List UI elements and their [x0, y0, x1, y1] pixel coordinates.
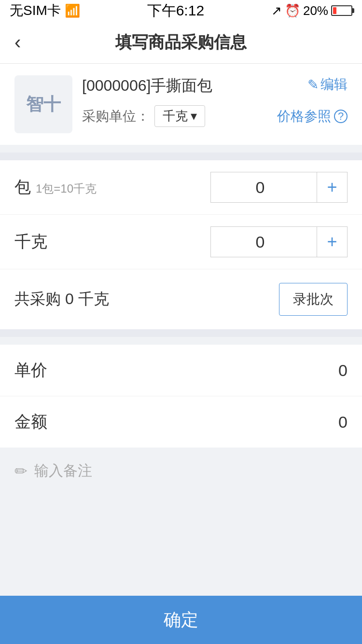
- carrier-label: 无SIM卡: [10, 1, 61, 20]
- unit-price-value: 0: [338, 361, 348, 380]
- quantity-label-kg: 千克: [14, 231, 47, 253]
- quantity-row-kg: 千克 +: [0, 215, 362, 269]
- page-title: 填写商品采购信息: [115, 31, 247, 54]
- unit-dropdown[interactable]: 千克 ▾: [154, 105, 205, 127]
- help-icon: ?: [334, 110, 348, 123]
- total-value: 0: [65, 290, 74, 308]
- quantity-section: 包 1包=10千克 + 千克 +: [0, 160, 362, 269]
- wifi-icon: 📶: [65, 3, 80, 18]
- purchase-unit-label: 采购单位： 千克 ▾: [82, 105, 205, 127]
- purchase-unit-row: 采购单位： 千克 ▾ 价格参照 ?: [82, 105, 348, 127]
- unit-price-row: 单价 0: [0, 345, 362, 396]
- amount-row: 金额 0: [0, 396, 362, 448]
- quantity-input-kg[interactable]: [210, 226, 317, 257]
- quantity-label-bao: 包 1包=10千克: [14, 176, 97, 198]
- status-bar: 无SIM卡 📶 下午6:12 ↗ ⏰ 20%: [0, 0, 362, 21]
- product-section: 智十 [0000006]手撕面包 ✎ 编辑 采购单位： 千克 ▾ 价格参照 ?: [0, 64, 362, 145]
- price-ref-button[interactable]: 价格参照 ?: [277, 107, 348, 126]
- pencil-icon: ✏: [14, 462, 28, 480]
- alarm-icon: ⏰: [285, 3, 300, 18]
- product-logo: 智十: [26, 93, 61, 116]
- total-unit: 千克: [78, 290, 109, 308]
- edit-label: 编辑: [320, 75, 348, 94]
- edit-button[interactable]: ✎ 编辑: [307, 75, 348, 94]
- product-info: [0000006]手撕面包 ✎ 编辑 采购单位： 千克 ▾ 价格参照 ?: [82, 75, 348, 127]
- battery-fill: [333, 7, 336, 14]
- price-section: 单价 0 金额 0: [0, 345, 362, 448]
- unit-price-label: 单价: [14, 359, 47, 381]
- battery-percentage: 20%: [303, 3, 328, 18]
- price-ref-label: 价格参照: [277, 107, 331, 126]
- product-name: [0000006]手撕面包: [82, 75, 212, 97]
- amount-value: 0: [338, 413, 348, 432]
- battery-icon: [331, 5, 352, 16]
- quantity-input-group-bao: +: [210, 172, 348, 203]
- nav-bar: ‹ 填写商品采购信息: [0, 21, 362, 64]
- dropdown-arrow-icon: ▾: [191, 109, 197, 124]
- quantity-row-bao: 包 1包=10千克 +: [0, 160, 362, 215]
- amount-label: 金额: [14, 411, 47, 433]
- notes-placeholder: 输入备注: [34, 461, 92, 481]
- quantity-input-group-kg: +: [210, 226, 348, 257]
- record-batch-button[interactable]: 录批次: [279, 283, 348, 316]
- status-left: 无SIM卡 📶: [10, 1, 80, 20]
- quantity-sublabel-bao: 1包=10千克: [36, 181, 97, 196]
- section-divider-2: [0, 329, 362, 337]
- confirm-label: 确定: [164, 608, 198, 632]
- product-header: [0000006]手撕面包 ✎ 编辑: [82, 75, 348, 97]
- quantity-plus-kg[interactable]: +: [317, 226, 348, 257]
- total-label: 共采购 0 千克: [14, 289, 109, 310]
- product-image: 智十: [14, 75, 72, 133]
- unit-value: 千克: [163, 108, 188, 125]
- notes-section[interactable]: ✏ 输入备注: [0, 448, 362, 494]
- status-time: 下午6:12: [147, 1, 204, 21]
- quantity-plus-bao[interactable]: +: [317, 172, 348, 203]
- total-row: 共采购 0 千克 录批次: [0, 269, 362, 329]
- confirm-button[interactable]: 确定: [0, 596, 362, 644]
- location-icon: ↗: [271, 3, 282, 18]
- status-right: ↗ ⏰ 20%: [271, 3, 352, 18]
- section-divider-1: [0, 153, 362, 160]
- quantity-input-bao[interactable]: [210, 172, 317, 203]
- back-button[interactable]: ‹: [14, 31, 21, 53]
- edit-icon: ✎: [307, 77, 319, 93]
